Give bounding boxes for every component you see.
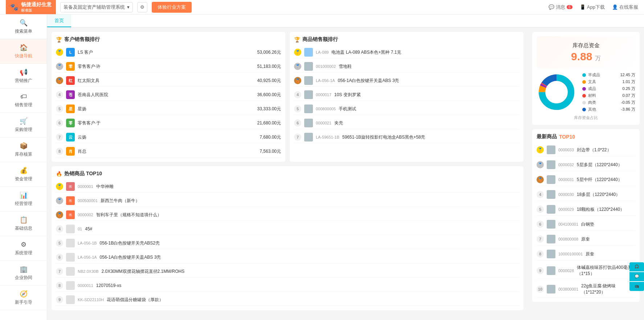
list-item: 5 0000029 18颗粒板（1220*2440） <box>537 203 635 216</box>
rank-num-1: 🥇 <box>56 49 63 56</box>
purchase-icon: 🛒 <box>20 117 28 125</box>
rank-num: 7 <box>537 235 544 243</box>
product-code: 0000029 <box>558 207 574 212</box>
product-code: 0000032 <box>558 163 574 167</box>
product-ranking-title: 🏆 商品销售额排行 <box>294 36 519 43</box>
system-selector[interactable]: 装备及固定资产辅助管理系统 ▾ <box>60 2 133 12</box>
rank-num: 🥇 <box>537 146 544 153</box>
search-icon: 🔍 <box>20 19 28 27</box>
operations-icon: 📊 <box>20 191 28 199</box>
list-item: 4 0000030 18多层（1220*2440） <box>537 188 635 201</box>
table-row: 🥉 LA-056-1A 056-1A白色按键开关盖ABS 3壳 <box>294 75 519 87</box>
rank-num-6: 6 <box>294 119 301 127</box>
sidebar: 🔍 搜索菜单 🏠 快捷导航 📢 营销推广 🏷 销售管理 🛒 采购管理 📦 库存核… <box>0 15 47 320</box>
product-name: 电池盖 LA-089 ABS本色+黑种 7.1克 <box>331 49 519 56</box>
service-community-button[interactable]: 💬 服务社区 <box>629 272 644 281</box>
rank-num: 8 <box>537 250 544 258</box>
product-img <box>66 295 75 304</box>
sidebar-item-guide[interactable]: 🧭 新手引导 <box>0 286 47 310</box>
product-name: 原奎 <box>586 251 635 257</box>
trophy-icon: 🏆 <box>56 37 62 42</box>
legend-value: -3.86 万 <box>621 107 635 112</box>
customer-name: 肖总 <box>78 148 257 155</box>
sidebar-item-inventory[interactable]: 📦 库存核算 <box>0 138 47 162</box>
hot-products-list: 🥇 图 0000001 中华神雕 🥈 图 000 <box>56 181 519 306</box>
rank-num: 4 <box>56 225 63 233</box>
product-name: 夹壳 <box>334 120 519 126</box>
product-code: 0000001 <box>78 184 93 189</box>
direct-button[interactable]: 📺 直播 <box>629 282 644 291</box>
product-code: 0000033 <box>558 148 574 152</box>
legend-dot <box>582 108 586 111</box>
customer-service-button[interactable]: 🎧 客服热线 <box>629 262 644 271</box>
sidebar-item-finance[interactable]: 💰 资金管理 <box>0 162 47 187</box>
customer-name: LS 客户 <box>78 49 254 56</box>
list-item: 10 003800001 22g鱼豆腐·烧烤味（1*12*20） <box>537 281 635 298</box>
product-name: 22g鱼豆腐·烧烤味（1*12*20） <box>581 283 635 295</box>
legend-item: 文具 1.01 万 <box>582 79 635 85</box>
tab-home[interactable]: 首页 <box>47 15 71 27</box>
table-row: 6 零 零售客户·于 21,680.00元 <box>56 117 281 129</box>
sidebar-item-enterprise[interactable]: 🏢 企业协同 <box>0 261 47 286</box>
sidebar-item-search[interactable]: 🔍 搜索菜单 <box>0 15 47 39</box>
chart-legend: 半成品 12.45 万 文具 1.01 万 成品 0 <box>582 72 635 112</box>
settings-button[interactable]: ⚙ <box>137 2 147 12</box>
sidebar-item-quick-nav[interactable]: 🏠 快捷导航 <box>0 39 47 64</box>
list-item: 6 LA-056-1A 056-1A白色按键开关盖ABS 3壳 <box>56 251 519 263</box>
trial-button[interactable]: 体验行业方案 <box>152 2 192 13</box>
sidebar-item-purchase[interactable]: 🛒 采购管理 <box>0 113 47 138</box>
content-area: 首页 🏆 客户销售额排行 🥇 <box>47 15 644 320</box>
message-item[interactable]: 💬 消息 6 <box>549 4 572 11</box>
product-name: 5层多层（1220*2440） <box>577 162 635 168</box>
product-name: 雪地鞋 <box>339 63 519 70</box>
legend-value: 1.01 万 <box>623 79 635 85</box>
product-code: LA-089 <box>316 50 329 54</box>
sidebar-label-enterprise: 企业协同 <box>15 275 32 281</box>
rank-num-5: 5 <box>56 105 63 112</box>
product-img: 图 <box>66 182 75 191</box>
sidebar-item-system[interactable]: ⚙ 系统管理 <box>0 236 47 261</box>
page-content: 🏆 客户销售额排行 🥇 L LS 客户 53,006.26元 � <box>47 28 644 320</box>
legend-value: 0.07 万 <box>623 93 635 98</box>
customer-amount: 53,006.26元 <box>257 49 281 56</box>
sidebar-item-sales[interactable]: 🏷 销售管理 <box>0 89 47 113</box>
product-img <box>66 281 75 290</box>
legend-dot <box>582 101 586 104</box>
rank-num-7: 7 <box>56 134 63 141</box>
customer-amount: 33,333.00元 <box>257 106 281 112</box>
product-img <box>547 175 555 184</box>
sidebar-label-purchase: 采购管理 <box>15 127 32 133</box>
product-img <box>304 48 313 57</box>
sidebar-label-inventory: 库存核算 <box>15 151 32 157</box>
list-item: 🥇 0000033 封边带（1.0*22） <box>537 144 635 156</box>
home-icon: 🏠 <box>20 44 28 52</box>
product-name: 封边带（1.0*22） <box>577 147 635 153</box>
legend-item: 材料 0.07 万 <box>582 93 635 98</box>
product-img: 图 <box>66 210 75 219</box>
service-icon: 👤 <box>612 4 618 10</box>
product-img <box>66 225 75 233</box>
rank-num: 8 <box>56 282 63 289</box>
rank-num: 🥈 <box>537 161 544 168</box>
avatar: 零 <box>66 62 75 71</box>
live-icon: 📺 <box>631 284 643 288</box>
sidebar-item-basic-info[interactable]: 📋 基础信息 <box>0 212 47 236</box>
table-row: 🥈 零 零售客户·许 51,183.00元 <box>56 61 281 73</box>
rank-num-2: 🥈 <box>56 63 63 70</box>
product-img <box>547 285 555 294</box>
customer-amount: 7,563.00元 <box>260 148 281 155</box>
logo-text: 畅捷通好生意 标准版 <box>21 1 52 13</box>
online-service-label: 在线客服 <box>619 4 638 11</box>
product-img <box>547 160 555 169</box>
right-panel: 库存总资金 9.88 万 <box>528 28 644 320</box>
app-download-item[interactable]: 📱 App下载 <box>580 4 605 11</box>
online-service-item[interactable]: 👤 在线客服 <box>612 4 638 11</box>
avatar: 星 <box>66 104 75 113</box>
sidebar-item-operations[interactable]: 📊 经营管理 <box>0 187 47 212</box>
product-img <box>547 145 555 154</box>
customer-name: 红太阳文具 <box>78 78 254 84</box>
product-name: 体碱嘉枝味苏打饮品400毫升（1*15） <box>577 264 635 277</box>
sidebar-item-marketing[interactable]: 📢 营销推广 <box>0 64 47 89</box>
product-code: NB2.0X30B <box>78 269 98 274</box>
product-name: 中华神雕 <box>96 184 519 190</box>
